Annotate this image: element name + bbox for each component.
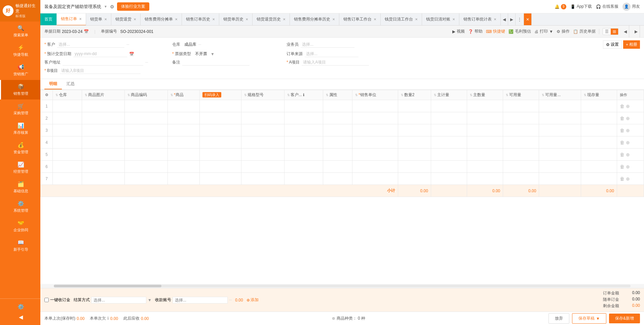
tab-cash-reconcile[interactable]: 钱货日清对账 ✕ [422,13,459,26]
tab-close-icon[interactable]: ✕ [175,17,178,21]
calendar-icon[interactable]: 📅 [84,29,89,34]
delete-icon[interactable]: 🗑 [620,128,624,133]
customer-more-icon[interactable]: ··· [126,43,129,46]
row-product[interactable] [168,100,200,112]
system-dropdown-icon[interactable]: ▼ [104,5,107,8]
sidebar-item-inventory[interactable]: 📊 库存核算 [0,119,40,138]
payment-dropdown-icon[interactable]: ▼ [148,298,152,302]
row-customer-code[interactable] [284,100,323,112]
nav-prev[interactable]: ◀ [622,26,629,38]
staff-input[interactable] [301,41,354,48]
tab-close-all[interactable]: ✕ [524,13,532,26]
sidebar-item-system[interactable]: ⚙️ 系统管理 [0,197,40,216]
tab-cash-workbench[interactable]: 钱货日清工作台 ✕ [381,13,422,26]
address-input[interactable] [63,59,143,66]
save-draft-arrow[interactable]: ▼ [596,316,600,321]
order-source-input[interactable] [305,51,358,57]
tab-invoice-history[interactable]: 销货单历史 ✕ [219,13,253,26]
copy-icon[interactable]: ⊕ [626,164,630,169]
row-spec[interactable] [241,100,284,112]
tab-scroll-left[interactable]: ◀ [501,13,508,26]
warehouse-more-icon[interactable]: ··· [198,43,201,46]
tab-expense-history[interactable]: 销售费用分摊单历史 ✕ [290,13,339,26]
row-code[interactable] [125,100,168,112]
copy-icon[interactable]: ⊕ [626,128,630,133]
copy-icon[interactable]: ⊕ [626,140,630,145]
horizontal-scrollbar[interactable] [40,284,644,288]
tab-order-workbench[interactable]: 销售订单工作台 ✕ [339,13,381,26]
delete-icon[interactable]: 🗑 [620,116,624,121]
app-download[interactable]: 📱 App下载 [570,4,592,9]
sidebar-item-enterprise[interactable]: 🤝 企业协同 [0,216,40,236]
delete-icon[interactable]: 🗑 [620,164,624,169]
toolbar-history[interactable]: 📋 历史单据 [573,29,596,34]
sidebar-item-operations[interactable]: 📈 经营管理 [0,158,40,177]
scrollbar-track[interactable] [54,285,631,287]
th-settings[interactable]: ⚙ [41,90,53,100]
tab-sales-order[interactable]: 销售订单 ✕ [57,13,86,26]
copy-icon[interactable]: ⊕ [626,116,630,121]
toolbar-help[interactable]: ❓ 帮助 [468,29,483,34]
tab-close-icon[interactable]: ✕ [374,17,376,21]
tab-return-history[interactable]: 销货退货历史 ✕ [253,13,290,26]
tab-sales-return[interactable]: 销货退货 ✕ [111,13,141,26]
industry-button[interactable]: 体验行业方案 [117,2,149,11]
row-unit[interactable] [352,100,398,112]
b-project-input[interactable] [60,68,141,74]
copy-icon[interactable]: ⊕ [626,152,630,157]
tab-close-icon[interactable]: ✕ [104,17,107,21]
delivery-input[interactable] [73,51,127,57]
tab-close-icon[interactable]: ✕ [494,17,496,21]
view-grid-btn[interactable]: ⊞ [611,29,618,35]
tab-close-icon[interactable]: ✕ [332,17,335,21]
detail-tab-detail[interactable]: 明细 [44,79,62,89]
detail-tab-summary[interactable]: 汇总 [62,79,79,89]
top-settings-icon[interactable]: ⚙ [110,4,114,9]
payment-method-input[interactable] [91,297,146,303]
sidebar-item-sales[interactable]: 📦 销售管理 [0,80,40,99]
tab-sales-invoice[interactable]: 销货单 ✕ [86,13,111,26]
delete-icon[interactable]: 🗑 [620,104,624,109]
view-list-btn[interactable]: ☰ [603,29,611,35]
sidebar-item-basic-info[interactable]: 🗂️ 基础信息 [0,177,40,197]
customer-input[interactable] [57,41,124,48]
online-service[interactable]: 🎧 在线客服 [596,4,618,9]
tab-close-icon[interactable]: ✕ [283,17,286,21]
notification-bell[interactable]: 🔔 9 [555,4,566,9]
row-warehouse[interactable] [53,100,82,112]
scrollbar-thumb[interactable] [54,285,161,287]
add-payment-btn[interactable]: ⊕ 添加 [247,297,259,303]
delete-icon[interactable]: 🗑 [620,140,624,145]
tab-close-icon[interactable]: ✕ [134,17,136,21]
tab-close-icon[interactable]: ✕ [212,17,215,21]
tab-stats[interactable]: 销售订单统计表 ✕ [459,13,501,26]
sidebar-item-quicknav[interactable]: ⚡ 快捷导航 [0,41,40,60]
toolbar-video[interactable]: ▶ 视频 [452,29,465,34]
copy-icon[interactable]: ⊕ [626,176,630,181]
remark-input[interactable] [182,59,250,66]
sidebar-item-purchase[interactable]: 🛒 采购管理 [0,99,40,119]
delete-icon[interactable]: 🗑 [620,152,624,157]
settings-right-btn[interactable]: ⚙ 设置 [603,40,622,49]
tab-sales-history[interactable]: 销售订单历史 ✕ [182,13,219,26]
sidebar-item-finance[interactable]: 💰 资金管理 [0,138,40,158]
tab-close-icon[interactable]: ✕ [452,17,455,21]
row-main-qty[interactable] [467,100,503,112]
user-menu[interactable]: 👤 用友 [622,3,640,11]
discard-button[interactable]: 放弃 [548,313,569,324]
toolbar-shortcut[interactable]: ⌨ 快捷键 [486,29,505,34]
toolbar-action[interactable]: ⚙ 操作 [557,29,570,34]
tab-close-icon[interactable]: ✕ [79,17,82,21]
delivery-cal-icon[interactable]: 📅 [129,52,134,56]
a-project-input[interactable] [302,59,369,66]
sidebar-settings[interactable]: ⚙️ [0,301,40,312]
save-new-button[interactable]: 保存&新增 [609,314,640,323]
sidebar-collapse[interactable]: ◀ [0,312,40,322]
scan-button[interactable]: 扫码录入 [202,92,221,97]
row-attribute[interactable] [323,100,352,112]
tab-menu[interactable]: ⋮ [516,13,524,26]
toolbar-print[interactable]: 🖨 打印 ▼ [534,29,553,34]
delete-icon[interactable]: 🗑 [620,176,624,181]
account-input[interactable] [173,297,228,303]
invoice-dropdown-icon[interactable]: ▼ [211,52,215,56]
